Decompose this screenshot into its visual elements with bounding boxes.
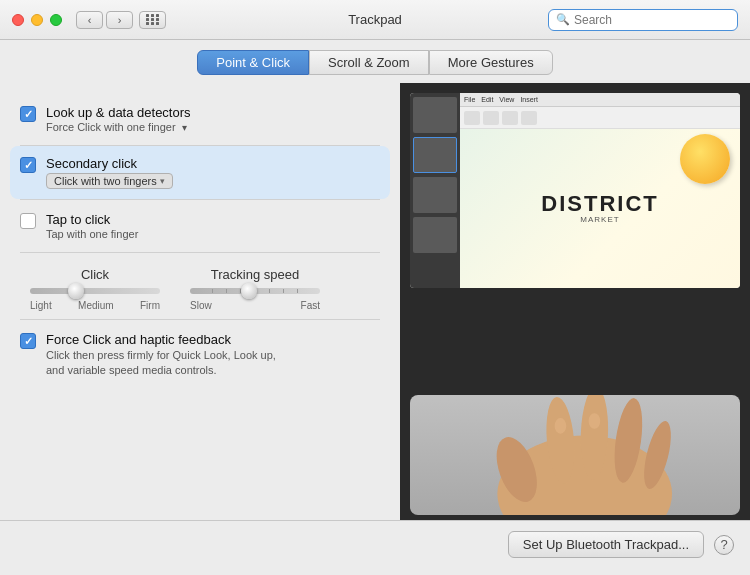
click-slider-labels: Light Medium Firm: [30, 300, 160, 311]
preview-image: File Edit View Insert DISTRICT: [400, 83, 750, 520]
market-text: MARKET: [580, 215, 619, 224]
tab-point-click[interactable]: Point & Click: [197, 50, 309, 75]
thumb-3: [413, 177, 457, 213]
tap-title: Tap to click: [46, 212, 138, 227]
tool-btn-3: [502, 111, 518, 125]
tap-subtitle: Tap with one finger: [46, 228, 138, 240]
divider-3: [20, 252, 380, 253]
preview-sidebar: [410, 93, 460, 288]
tab-more-gestures[interactable]: More Gestures: [429, 50, 553, 75]
titlebar: ‹ › Trackpad 🔍: [0, 0, 750, 40]
back-button[interactable]: ‹: [76, 11, 103, 29]
tap-labels: Tap to click Tap with one finger: [46, 212, 138, 240]
menu-item-2: Edit: [481, 96, 493, 103]
secondary-checkbox[interactable]: [20, 157, 36, 173]
thumb-1: [413, 97, 457, 133]
help-button[interactable]: ?: [714, 535, 734, 555]
traffic-lights: [12, 14, 62, 26]
search-input[interactable]: [574, 13, 730, 27]
menu-item-3: View: [499, 96, 514, 103]
lookup-checkbox[interactable]: [20, 106, 36, 122]
window-title: Trackpad: [348, 12, 402, 27]
tool-btn-4: [521, 111, 537, 125]
search-icon: 🔍: [556, 13, 570, 26]
nav-buttons: ‹ ›: [76, 11, 133, 29]
click-slider-thumb[interactable]: [68, 283, 84, 299]
tracking-label: Tracking speed: [211, 267, 299, 282]
preview-screen: File Edit View Insert DISTRICT: [410, 93, 740, 288]
lookup-labels: Look up & data detectors Force Click wit…: [46, 105, 191, 133]
force-click-subtitle: Click then press firmly for Quick Look, …: [46, 348, 276, 379]
click-slider-track[interactable]: [30, 288, 160, 294]
force-click-title: Force Click and haptic feedback: [46, 332, 276, 347]
click-mid-label: Medium: [78, 300, 114, 311]
tool-btn-1: [464, 111, 480, 125]
tab-scroll-zoom[interactable]: Scroll & Zoom: [309, 50, 429, 75]
secondary-title: Secondary click: [46, 156, 173, 171]
secondary-dropdown[interactable]: Click with two fingers ▾: [46, 173, 173, 189]
tick-2: [226, 289, 227, 293]
svg-point-6: [555, 418, 567, 434]
preview-menubar: File Edit View Insert: [460, 93, 740, 107]
force-click-checkbox[interactable]: [20, 333, 36, 349]
divider-4: [20, 319, 380, 320]
lookup-chevron-icon: ▾: [182, 122, 187, 133]
tabbar: Point & Click Scroll & Zoom More Gesture…: [0, 40, 750, 83]
district-text: DISTRICT: [541, 193, 658, 215]
setting-row-tap: Tap to click Tap with one finger: [20, 202, 380, 250]
secondary-labels: Secondary click Click with two fingers ▾: [46, 156, 173, 189]
click-slider-group: Click Light Medium Firm: [30, 267, 160, 311]
lookup-subtitle: Force Click with one finger ▾: [46, 121, 191, 133]
click-min-label: Light: [30, 300, 52, 311]
tick-6: [283, 289, 284, 293]
main-content: Look up & data detectors Force Click wit…: [0, 83, 750, 520]
divider-2: [20, 199, 380, 200]
fruit-decoration: [680, 134, 730, 184]
tracking-slider-labels: Slow Fast: [190, 300, 320, 311]
setting-row-secondary: Secondary click Click with two fingers ▾: [10, 146, 390, 199]
tick-5: [269, 289, 270, 293]
setting-row-lookup: Look up & data detectors Force Click wit…: [20, 95, 380, 143]
hand-icon: [410, 395, 740, 515]
chevron-down-icon: ▾: [160, 176, 165, 186]
forward-button[interactable]: ›: [106, 11, 133, 29]
menu-item-4: Insert: [520, 96, 538, 103]
force-click-labels: Force Click and haptic feedback Click th…: [46, 332, 276, 379]
tracking-slider-track[interactable]: [190, 288, 320, 294]
search-box[interactable]: 🔍: [548, 9, 738, 31]
tracking-slider-group: Tracking speed Slow Fast: [190, 267, 320, 311]
menu-item-1: File: [464, 96, 475, 103]
tracking-min-label: Slow: [190, 300, 212, 311]
maximize-button[interactable]: [50, 14, 62, 26]
sliders-section: Click Light Medium Firm Tracking speed: [20, 255, 380, 317]
click-max-label: Firm: [140, 300, 160, 311]
force-click-row: Force Click and haptic feedback Click th…: [20, 322, 380, 389]
right-panel: File Edit View Insert DISTRICT: [400, 83, 750, 520]
preview-canvas: DISTRICT MARKET: [460, 129, 740, 288]
tap-checkbox[interactable]: [20, 213, 36, 229]
trackpad-area: [410, 395, 740, 515]
tick-7: [297, 289, 298, 293]
minimize-button[interactable]: [31, 14, 43, 26]
setup-bluetooth-button[interactable]: Set Up Bluetooth Trackpad...: [508, 531, 704, 558]
tracking-slider-thumb[interactable]: [241, 283, 257, 299]
svg-point-7: [589, 413, 601, 429]
preview-main: File Edit View Insert DISTRICT: [460, 93, 740, 288]
close-button[interactable]: [12, 14, 24, 26]
click-label: Click: [81, 267, 109, 282]
grid-icon: [146, 14, 160, 25]
lookup-title: Look up & data detectors: [46, 105, 191, 120]
tracking-max-label: Fast: [301, 300, 320, 311]
footer: Set Up Bluetooth Trackpad... ?: [0, 520, 750, 568]
tool-btn-2: [483, 111, 499, 125]
thumb-2: [413, 137, 457, 173]
thumb-4: [413, 217, 457, 253]
left-panel: Look up & data detectors Force Click wit…: [0, 83, 400, 520]
preview-toolbar: [460, 107, 740, 129]
grid-button[interactable]: [139, 11, 166, 29]
tick-1: [212, 289, 213, 293]
